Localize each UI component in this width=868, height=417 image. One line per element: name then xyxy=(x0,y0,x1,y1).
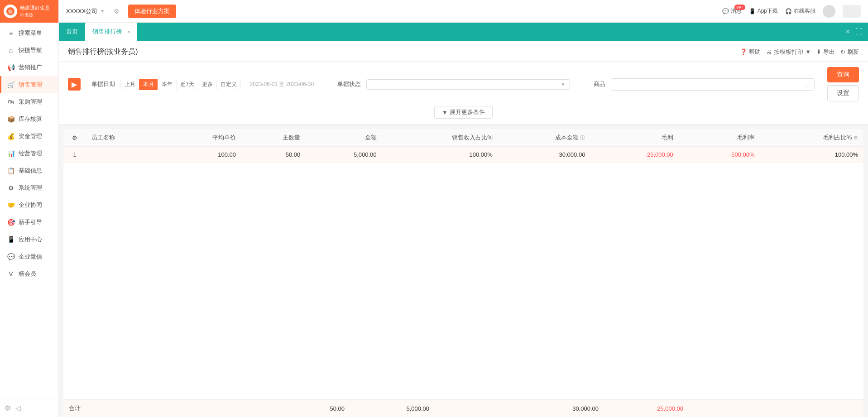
sidebar-item-finance[interactable]: 💰 资金管理 xyxy=(0,128,58,145)
cell-rank: 1 xyxy=(63,147,86,163)
col-sales-ratio: 销售收入占比% xyxy=(382,129,498,147)
app-download-icon: 📱 xyxy=(749,8,756,14)
message-icon: 💬 xyxy=(722,8,729,14)
collab-icon: 🤝 xyxy=(7,201,15,209)
message-button[interactable]: 💬 消息 99+ xyxy=(722,7,742,15)
col-total-amount: 全额 xyxy=(306,129,382,147)
search-menu-icon: ≡ xyxy=(7,29,15,37)
filter-expand-arrow[interactable]: ▶ xyxy=(68,78,81,91)
sidebar-item-guide[interactable]: 🎯 新手引导 xyxy=(0,214,58,231)
guide-icon: 🎯 xyxy=(7,218,15,226)
system-icon: ⚙ xyxy=(7,184,15,192)
sidebar-item-label: 库存核算 xyxy=(19,115,42,123)
sidebar-item-system[interactable]: ⚙ 系统管理 xyxy=(0,179,58,197)
col-gross-margin: 毛利率 xyxy=(679,129,760,147)
main-content: 销售排行榜(按业务员) ❓ 帮助 🖨 按模板打印 ▼ ⬇ 导出 ↻ 刷新 xyxy=(59,41,868,417)
table-footer: 合计 50.00 5,000.00 30,000.00 -25,000.00 xyxy=(63,399,863,417)
purchase-icon: 🛍 xyxy=(7,98,15,106)
date-tab-more[interactable]: 更多 xyxy=(198,79,216,90)
page-actions: ❓ 帮助 🖨 按模板打印 ▼ ⬇ 导出 ↻ 刷新 xyxy=(740,48,859,61)
goods-input[interactable]: ... xyxy=(611,78,815,91)
col-avg-price: 平均单价 xyxy=(164,129,242,147)
sidebar-item-quick-nav[interactable]: ⌂ 快捷导航 xyxy=(0,42,58,59)
sidebar-item-member[interactable]: V 畅会员 xyxy=(0,265,58,283)
col-gross-profit: 毛利 xyxy=(590,129,678,147)
date-tab-last-month[interactable]: 上月 xyxy=(120,79,139,90)
sidebar-item-label: 基础信息 xyxy=(19,167,42,175)
print-button[interactable]: 🖨 按模板打印 ▼ xyxy=(766,48,811,56)
footer-sales-ratio xyxy=(435,405,519,412)
status-select[interactable]: ▼ xyxy=(366,79,570,90)
export-button[interactable]: ⬇ 导出 xyxy=(816,48,835,56)
sidebar-item-sales[interactable]: 🛒 销售管理 xyxy=(0,76,58,93)
footer-total-label: 合计 xyxy=(69,404,96,412)
date-tab-custom[interactable]: 自定义 xyxy=(216,79,241,90)
sidebar-item-marketing[interactable]: 📢 营销推广 xyxy=(0,59,58,76)
window-expand-icon[interactable]: ⛶ xyxy=(855,28,863,36)
finance-icon: 💰 xyxy=(7,132,15,140)
user-name-placeholder xyxy=(843,5,861,18)
footer-gross-margin xyxy=(689,405,773,412)
cell-cost-amount: 30,000.00 xyxy=(498,147,591,163)
online-service-button[interactable]: 🎧 在线客服 xyxy=(785,7,815,15)
footer-cost-amount: 30,000.00 xyxy=(519,405,604,412)
print-icon: 🖨 xyxy=(766,48,772,55)
refresh-button[interactable]: ↻ 刷新 xyxy=(840,48,859,56)
table-row: 1 100.00 50.00 5,000.00 100.00% 30,000.0… xyxy=(63,147,863,163)
tab-home[interactable]: 首页 xyxy=(59,23,85,41)
sidebar-item-label: 畅会员 xyxy=(19,270,36,278)
goods-label: 商品 xyxy=(594,80,605,88)
collapse-icon[interactable]: ◁ xyxy=(15,404,21,412)
cell-gross-ratio: 100.00% xyxy=(760,147,863,163)
logo-icon: 畅 xyxy=(4,5,17,18)
date-range: 2023-06-01 至 2023-06-30 xyxy=(250,81,314,88)
col-gross-ratio: 毛利占比% ⚙ xyxy=(760,129,863,147)
sidebar-nav: ≡ 搜索菜单 ⌂ 快捷导航 📢 营销推广 🛒 销售管理 🛍 采购管理 📦 库存核… xyxy=(0,23,58,399)
sidebar-item-search[interactable]: ≡ 搜索菜单 xyxy=(0,24,58,42)
col-settings-icon: ⚙ xyxy=(72,134,77,141)
footer-total-amount: 5,000.00 xyxy=(350,405,435,412)
sidebar-item-basic[interactable]: 📋 基础信息 xyxy=(0,162,58,179)
top-header: XXXXX公司 ▼ ⚙ 体验行业方案 💬 消息 99+ 📱 App下载 🎧 在线… xyxy=(59,0,868,23)
cell-name xyxy=(86,147,164,163)
query-button[interactable]: 查询 xyxy=(827,67,859,82)
sidebar-item-operation[interactable]: 📊 经营管理 xyxy=(0,145,58,162)
company-selector[interactable]: XXXXX公司 ▼ xyxy=(66,7,105,15)
sidebar-item-app-center[interactable]: 📱 应用中心 xyxy=(0,231,58,248)
online-service-label: 在线客服 xyxy=(794,7,815,15)
settings-button[interactable]: 设置 xyxy=(827,85,859,101)
help-button[interactable]: ❓ 帮助 xyxy=(740,48,761,56)
trial-button[interactable]: 体验行业方案 xyxy=(128,5,176,18)
app-download-button[interactable]: 📱 App下载 xyxy=(749,7,778,15)
window-close-icon[interactable]: × xyxy=(846,28,850,36)
tab-sales-ranking[interactable]: 销售排行榜 × xyxy=(85,23,137,41)
date-label: 单据日期 xyxy=(91,80,115,88)
sidebar-item-label: 企业协同 xyxy=(19,201,42,209)
sidebar-item-purchase[interactable]: 🛍 采购管理 xyxy=(0,93,58,110)
refresh-icon: ↻ xyxy=(840,48,845,55)
logo-subtitle: 标准版 xyxy=(20,12,50,18)
col-name: 员工名称 xyxy=(86,129,164,147)
date-tabs: 上月 本月 本年 近7天 更多 自定义 xyxy=(120,79,241,90)
date-tab-7days[interactable]: 近7天 xyxy=(176,79,198,90)
sidebar-item-wecom[interactable]: 💬 企业微信 xyxy=(0,248,58,265)
tab-close-icon[interactable]: × xyxy=(127,29,130,34)
svg-text:畅: 畅 xyxy=(8,9,13,14)
member-icon: V xyxy=(7,270,15,278)
date-tab-this-month[interactable]: 本月 xyxy=(139,79,158,90)
col-settings[interactable]: ⚙ xyxy=(63,129,86,147)
sidebar-item-inventory[interactable]: 📦 库存核算 xyxy=(0,110,58,128)
sidebar-item-collab[interactable]: 🤝 企业协同 xyxy=(0,197,58,214)
export-icon: ⬇ xyxy=(816,48,821,55)
message-badge: 99+ xyxy=(734,5,745,10)
goods-more-icon[interactable]: ... xyxy=(805,81,810,88)
date-tab-this-year[interactable]: 本年 xyxy=(158,79,176,90)
company-name: XXXXX公司 xyxy=(66,7,97,15)
footer-avg-price xyxy=(181,405,265,412)
data-table: ⚙ 员工名称 平均单价 主数量 全额 销售收入占比% 成本全额 ⓘ 毛利 毛利率… xyxy=(63,129,863,163)
expand-conditions-button[interactable]: ▼ 展开更多条件 xyxy=(434,106,493,119)
col-cost-amount: 成本全额 ⓘ xyxy=(498,129,591,147)
settings-icon[interactable]: ⚙ xyxy=(5,404,11,412)
gear-button[interactable]: ⚙ xyxy=(110,5,123,18)
avatar[interactable] xyxy=(823,5,835,18)
